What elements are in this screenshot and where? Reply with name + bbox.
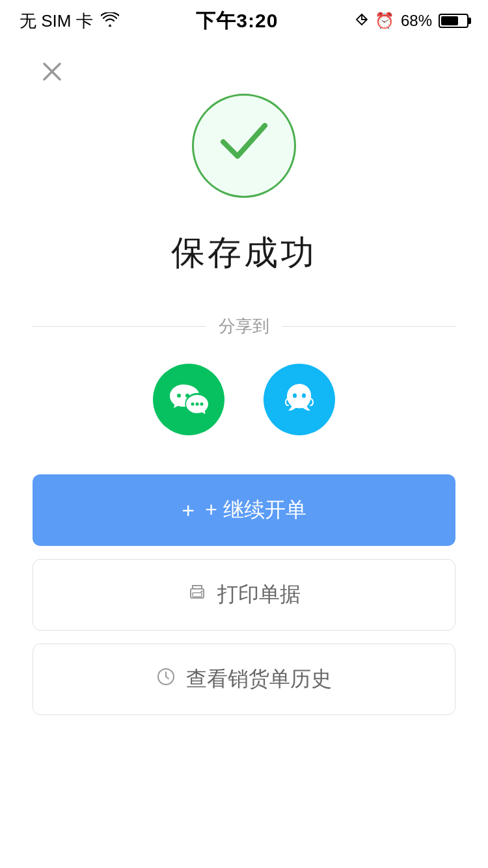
share-label: 分享到	[219, 315, 269, 338]
divider-right	[282, 326, 455, 327]
main-content: 保存成功 分享到	[0, 42, 488, 715]
share-section: 分享到	[0, 315, 488, 435]
qq-share-button[interactable]	[264, 364, 335, 435]
success-circle	[192, 94, 296, 198]
svg-rect-10	[193, 593, 202, 597]
clock-icon	[156, 667, 176, 692]
wifi-icon	[101, 11, 119, 31]
plus-icon: +	[182, 498, 195, 523]
qq-icon	[280, 380, 319, 419]
action-buttons: + + 继续开单 打印单据 查看销货单历史	[0, 474, 488, 715]
location-icon	[355, 12, 368, 30]
history-button[interactable]: 查看销货单历史	[33, 644, 455, 715]
svg-point-3	[185, 394, 189, 398]
close-button[interactable]	[33, 52, 72, 91]
share-divider: 分享到	[0, 315, 488, 338]
status-time: 下午3:20	[196, 8, 278, 34]
history-label: 查看销货单历史	[186, 665, 332, 694]
battery-percent: 68%	[401, 12, 432, 30]
svg-point-8	[302, 394, 306, 398]
status-right: ⏰ 68%	[355, 12, 468, 30]
svg-point-2	[177, 394, 181, 398]
status-left: 无 SIM 卡	[20, 10, 119, 33]
battery-icon	[439, 14, 468, 28]
svg-point-7	[293, 394, 297, 398]
svg-point-11	[201, 591, 203, 593]
success-title: 保存成功	[171, 230, 317, 276]
no-sim-label: 无 SIM 卡	[20, 10, 93, 33]
svg-point-6	[200, 403, 204, 406]
continue-button[interactable]: + + 继续开单	[33, 474, 455, 546]
svg-point-5	[196, 403, 199, 406]
checkmark-icon	[218, 119, 270, 173]
alarm-icon: ⏰	[375, 12, 394, 30]
close-icon	[40, 60, 64, 83]
print-label: 打印单据	[217, 580, 301, 609]
wechat-share-button[interactable]	[153, 364, 224, 435]
divider-left	[33, 326, 206, 327]
printer-icon	[187, 582, 207, 607]
continue-label: + 继续开单	[205, 496, 306, 524]
share-icons	[153, 364, 335, 435]
wechat-icon	[168, 382, 210, 417]
print-button[interactable]: 打印单据	[33, 559, 455, 631]
status-bar: 无 SIM 卡 下午3:20 ⏰ 68%	[0, 0, 488, 42]
svg-point-4	[191, 403, 195, 406]
